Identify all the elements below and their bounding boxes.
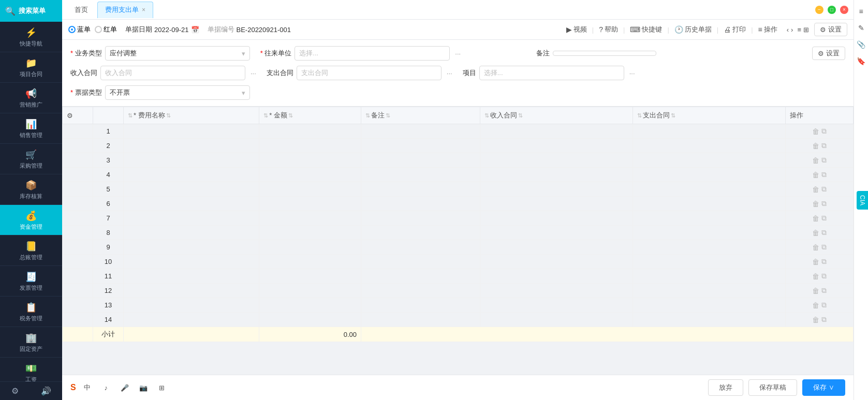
view-grid-btn[interactable]: ⊞ bbox=[803, 26, 809, 34]
row-8-copy-icon[interactable]: ⧉ bbox=[821, 228, 827, 237]
tab-expense-close[interactable]: × bbox=[142, 6, 145, 13]
row-5-expense[interactable] bbox=[124, 182, 259, 197]
row-9-expense-contract[interactable] bbox=[632, 240, 785, 255]
row-7-income-contract[interactable] bbox=[480, 211, 632, 226]
view-list-btn[interactable]: ≡ bbox=[797, 26, 801, 34]
row-11-expense-contract[interactable] bbox=[632, 269, 785, 284]
row-4-expense[interactable] bbox=[124, 168, 259, 182]
row-5-delete-icon[interactable]: 🗑 bbox=[812, 185, 819, 194]
income-contract-input[interactable]: 收入合同 bbox=[100, 66, 245, 80]
project-input[interactable]: 选择... bbox=[479, 66, 624, 80]
right-panel-edit-icon[interactable]: ✎ bbox=[855, 22, 867, 34]
row-14-note[interactable] bbox=[361, 313, 480, 327]
row-13-note[interactable] bbox=[361, 298, 480, 313]
date-value[interactable]: 2022-09-21 bbox=[154, 26, 189, 34]
right-panel-bookmark-icon[interactable]: 🔖 bbox=[855, 55, 867, 67]
bottom-music-icon[interactable]: ♪ bbox=[99, 380, 113, 395]
row-9-note[interactable] bbox=[361, 240, 480, 255]
partner-more-icon[interactable]: ··· bbox=[455, 50, 461, 57]
radio-blue[interactable]: 蓝单 bbox=[68, 25, 91, 34]
settings-footer-icon[interactable]: ⚙ bbox=[11, 386, 19, 396]
sidebar-item-sales[interactable]: 📊 销售管理 bbox=[0, 113, 62, 144]
row-8-delete-icon[interactable]: 🗑 bbox=[812, 229, 819, 237]
bottom-grid-icon[interactable]: ⊞ bbox=[155, 380, 169, 395]
green-side-tab[interactable]: CIA bbox=[857, 190, 868, 209]
col-expense-contract-sort2[interactable]: ⇅ bbox=[671, 112, 675, 119]
row-1-note[interactable] bbox=[361, 124, 480, 139]
radio-red[interactable]: 红单 bbox=[95, 25, 117, 34]
project-more-icon[interactable]: ··· bbox=[629, 69, 635, 77]
col-expense-contract-sort[interactable]: ⇅ bbox=[637, 112, 642, 119]
col-amount-sort-up[interactable]: ⇅ bbox=[263, 112, 268, 119]
row-3-expense[interactable] bbox=[124, 153, 259, 168]
sidebar-header[interactable]: 🔍 搜索菜单 bbox=[0, 0, 62, 22]
row-13-expense-contract[interactable] bbox=[632, 298, 785, 313]
row-2-amount[interactable] bbox=[259, 139, 361, 153]
row-12-expense[interactable] bbox=[124, 284, 259, 298]
sidebar-item-accounting[interactable]: 📒 总账管理 bbox=[0, 235, 62, 266]
row-9-copy-icon[interactable]: ⧉ bbox=[821, 243, 827, 251]
action-print[interactable]: 🖨 打印 bbox=[724, 25, 746, 34]
row-6-expense-contract[interactable] bbox=[632, 197, 785, 211]
row-1-copy-icon[interactable]: ⧉ bbox=[821, 127, 827, 136]
row-4-amount[interactable] bbox=[259, 168, 361, 182]
row-5-amount[interactable] bbox=[259, 182, 361, 197]
row-14-income-contract[interactable] bbox=[480, 313, 632, 327]
row-5-copy-icon[interactable]: ⧉ bbox=[821, 185, 827, 194]
row-4-note[interactable] bbox=[361, 168, 480, 182]
income-contract-more-icon[interactable]: ··· bbox=[251, 69, 256, 77]
row-9-delete-icon[interactable]: 🗑 bbox=[812, 243, 819, 251]
row-7-expense-contract[interactable] bbox=[632, 211, 785, 226]
row-12-income-contract[interactable] bbox=[480, 284, 632, 298]
sidebar-item-inventory[interactable]: 📦 库存核算 bbox=[0, 174, 62, 205]
action-help[interactable]: ? 帮助 bbox=[599, 25, 618, 34]
expense-contract-more-icon[interactable]: ··· bbox=[447, 69, 452, 77]
row-1-expense[interactable] bbox=[124, 124, 259, 139]
action-video[interactable]: ▶ 视频 bbox=[566, 25, 587, 34]
row-2-copy-icon[interactable]: ⧉ bbox=[821, 141, 827, 150]
row-4-expense-contract[interactable] bbox=[632, 168, 785, 182]
row-11-delete-icon[interactable]: 🗑 bbox=[812, 272, 819, 280]
row-2-note[interactable] bbox=[361, 139, 480, 153]
row-14-expense-contract[interactable] bbox=[632, 313, 785, 327]
row-12-copy-icon[interactable]: ⧉ bbox=[821, 286, 827, 295]
row-8-expense[interactable] bbox=[124, 226, 259, 240]
abandon-button[interactable]: 放弃 bbox=[708, 379, 743, 396]
setting-right-button[interactable]: ⚙ 设置 bbox=[812, 47, 845, 60]
row-1-income-contract[interactable] bbox=[480, 124, 632, 139]
row-2-expense-contract[interactable] bbox=[632, 139, 785, 153]
row-8-note[interactable] bbox=[361, 226, 480, 240]
win-maximize-btn[interactable]: □ bbox=[828, 6, 836, 14]
row-10-amount[interactable] bbox=[259, 255, 361, 269]
volume-footer-icon[interactable]: 🔊 bbox=[41, 386, 51, 396]
row-5-income-contract[interactable] bbox=[480, 182, 632, 197]
row-6-copy-icon[interactable]: ⧉ bbox=[821, 199, 827, 208]
row-4-delete-icon[interactable]: 🗑 bbox=[812, 171, 819, 179]
expense-contract-input[interactable]: 支出合同 bbox=[297, 66, 442, 80]
row-6-income-contract[interactable] bbox=[480, 197, 632, 211]
sidebar-item-tax[interactable]: 📋 税务管理 bbox=[0, 297, 62, 327]
col-note-sort-down[interactable]: ⇅ bbox=[386, 112, 390, 119]
sidebar-item-fixed-assets[interactable]: 🏢 固定资产 bbox=[0, 327, 62, 358]
col-income-contract-sort[interactable]: ⇅ bbox=[484, 112, 489, 119]
sidebar-item-marketing[interactable]: 📢 营销推广 bbox=[0, 83, 62, 113]
sidebar-item-purchase[interactable]: 🛒 采购管理 bbox=[0, 144, 62, 174]
right-panel-attach-icon[interactable]: 📎 bbox=[855, 38, 867, 51]
row-7-note[interactable] bbox=[361, 211, 480, 226]
row-11-note[interactable] bbox=[361, 269, 480, 284]
row-3-amount[interactable] bbox=[259, 153, 361, 168]
row-11-expense[interactable] bbox=[124, 269, 259, 284]
col-amount-sort-down[interactable]: ⇅ bbox=[288, 112, 293, 119]
row-12-amount[interactable] bbox=[259, 284, 361, 298]
row-14-expense[interactable] bbox=[124, 313, 259, 327]
row-6-delete-icon[interactable]: 🗑 bbox=[812, 200, 819, 208]
row-4-income-contract[interactable] bbox=[480, 168, 632, 182]
row-8-expense-contract[interactable] bbox=[632, 226, 785, 240]
row-13-expense[interactable] bbox=[124, 298, 259, 313]
sidebar-item-capital[interactable]: 💰 资金管理 bbox=[0, 205, 62, 235]
row-7-copy-icon[interactable]: ⧉ bbox=[821, 214, 827, 223]
nav-prev-btn[interactable]: ‹ bbox=[787, 26, 789, 34]
row-2-delete-icon[interactable]: 🗑 bbox=[812, 142, 819, 150]
right-panel-list-icon[interactable]: ≡ bbox=[855, 5, 867, 18]
row-5-expense-contract[interactable] bbox=[632, 182, 785, 197]
